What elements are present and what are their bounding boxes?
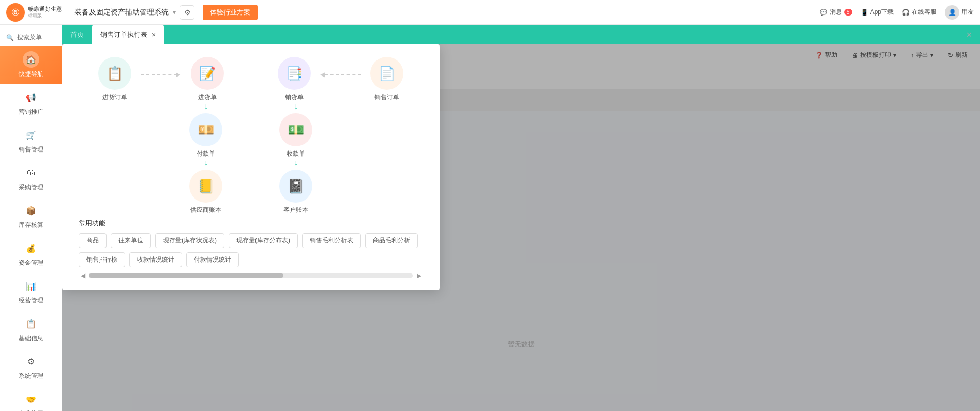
flow-node-purchase-bill[interactable]: 📝 进货单 xyxy=(182,57,233,102)
tab-bar: 首页 销售订单执行表 × × xyxy=(62,25,980,44)
message-label: 消息 xyxy=(830,8,842,17)
receipt-label: 收款单 xyxy=(287,149,305,158)
dropdown-arrow-icon[interactable]: ▾ xyxy=(173,9,176,16)
logo-subtext: 标惠版 xyxy=(28,12,62,19)
download-icon: 📱 xyxy=(861,9,868,16)
sales-bill-circle: 📑 xyxy=(278,57,311,90)
message-badge: 5 xyxy=(844,9,852,16)
tab-sales-order-label: 销售订单执行表 xyxy=(100,30,147,39)
scrollbar-track[interactable] xyxy=(89,273,413,278)
basic-info-icon: 📋 xyxy=(23,315,39,332)
user-name: 用友 xyxy=(961,8,974,17)
func-btn-goods-profit[interactable]: 商品毛利分析 xyxy=(365,233,418,248)
func-btn-sales-profit[interactable]: 销售毛利分析表 xyxy=(302,233,361,248)
func-buttons-row1: 商品 往来单位 现存量(库存状况表) 现存量(库存分布表) 销售毛利分析表 商品… xyxy=(79,233,423,248)
system-title: 装备及固定资产辅助管理系统 ▾ ⚙ 体验行业方案 xyxy=(74,5,820,20)
content-area: 首页 销售订单执行表 × × ❓ 帮助 🖨 按模板打印 ▾ xyxy=(62,25,980,411)
sidebar-item-label: 快捷导航 xyxy=(19,70,43,79)
main-layout: 🔍 搜索菜单 🏠 快捷导航 📢 营销推广 🛒 销售管理 🛍 采购管理 📦 库存核… xyxy=(0,25,980,411)
tab-close-icon[interactable]: × xyxy=(152,31,156,38)
online-service-btn[interactable]: 🎧 在线客服 xyxy=(902,8,937,17)
sidebar-item-label: 采购管理 xyxy=(19,183,43,192)
modal-scrollbar: ◀ ▶ xyxy=(79,271,423,282)
func-btn-stock-status[interactable]: 现存量(库存状况表) xyxy=(155,233,224,248)
system-title-text: 装备及固定资产辅助管理系统 xyxy=(74,8,169,17)
finance-icon: 💰 xyxy=(23,240,39,256)
func-buttons-row2: 销售排行榜 收款情况统计 付款情况统计 xyxy=(79,252,423,267)
search-menu-label: 搜索菜单 xyxy=(17,33,42,42)
sidebar-item-label: 销售管理 xyxy=(19,145,43,154)
operation-icon: 📊 xyxy=(23,278,39,294)
sidebar: 🔍 搜索菜单 🏠 快捷导航 📢 营销推广 🛒 销售管理 🛍 采购管理 📦 库存核… xyxy=(0,25,62,411)
sales-icon: 🛒 xyxy=(23,127,39,143)
sidebar-item-sales[interactable]: 🛒 销售管理 xyxy=(0,121,62,159)
sales-order-label: 销售订单 xyxy=(374,93,399,102)
sidebar-item-finance[interactable]: 💰 资金管理 xyxy=(0,235,62,272)
page-content: ❓ 帮助 🖨 按模板打印 ▾ ↑ 导出 ▾ ↻ 刷新 xyxy=(62,44,980,411)
func-btn-partners[interactable]: 往来单位 xyxy=(111,233,151,248)
logo-icon: ⑥ xyxy=(6,3,25,22)
online-service-label: 在线客服 xyxy=(912,8,937,17)
func-btn-receipt-stats[interactable]: 收款情况统计 xyxy=(129,252,182,267)
supplier-ledger-label: 供应商账本 xyxy=(190,206,221,215)
app-download-label: App下载 xyxy=(870,8,894,17)
quick-nav-icon: 🏠 xyxy=(23,51,39,68)
scroll-left-btn[interactable]: ◀ xyxy=(79,271,87,280)
sales-order-circle: 📄 xyxy=(370,57,403,90)
user-avatar: 👤 xyxy=(945,5,959,20)
purchase-order-label: 进货订单 xyxy=(102,93,127,102)
sidebar-item-basic-info[interactable]: 📋 基础信息 xyxy=(0,310,62,348)
sidebar-item-label: 资金管理 xyxy=(19,258,43,267)
scroll-right-btn[interactable]: ▶ xyxy=(415,271,423,280)
search-menu-btn[interactable]: 🔍 搜索菜单 xyxy=(0,29,62,46)
sidebar-item-operation[interactable]: 📊 经营管理 xyxy=(0,272,62,310)
settings-button[interactable]: ⚙ xyxy=(180,5,194,20)
func-btn-goods[interactable]: 商品 xyxy=(79,233,107,248)
sidebar-item-label: 营销推广 xyxy=(19,108,43,116)
sidebar-item-purchase[interactable]: 🛍 采购管理 xyxy=(0,159,62,197)
flow-node-sales-bill[interactable]: 📑 销货单 xyxy=(268,57,320,102)
flow-node-payment[interactable]: 💴 付款单 xyxy=(179,113,233,158)
trial-btn[interactable]: 体验行业方案 xyxy=(203,5,258,20)
tab-sales-order[interactable]: 销售订单执行表 × xyxy=(92,25,164,44)
app-download-btn[interactable]: 📱 App下载 xyxy=(861,8,894,17)
func-btn-sales-rank[interactable]: 销售排行榜 xyxy=(79,252,125,267)
sidebar-item-label: 系统管理 xyxy=(19,372,43,380)
flow-diagram: 📋 进货订单 ▶ xyxy=(79,57,423,215)
customer-ledger-label: 客户账本 xyxy=(283,206,308,215)
tab-home-label: 首页 xyxy=(70,30,84,39)
sidebar-item-label: 经营管理 xyxy=(19,296,43,305)
flow-node-sales-order[interactable]: 📄 销售订单 xyxy=(361,57,413,102)
sidebar-item-inventory[interactable]: 📦 库存核算 xyxy=(0,197,62,235)
logo-area: ⑥ 畅康通好生意 标惠版 xyxy=(6,3,68,22)
message-btn[interactable]: 💬 消息 5 xyxy=(820,8,852,17)
flow-node-supplier-ledger[interactable]: 📒 供应商账本 xyxy=(179,170,233,215)
logo-text: 畅康通好生意 xyxy=(28,5,62,12)
purchase-bill-label: 进货单 xyxy=(198,93,217,102)
func-btn-payment-stats[interactable]: 付款情况统计 xyxy=(186,252,239,267)
tab-home[interactable]: 首页 xyxy=(62,25,92,44)
sidebar-item-system[interactable]: ⚙ 系统管理 xyxy=(0,348,62,386)
sidebar-item-label: 库存核算 xyxy=(19,221,43,230)
top-header: ⑥ 畅康通好生意 标惠版 装备及固定资产辅助管理系统 ▾ ⚙ 体验行业方案 💬 … xyxy=(0,0,980,25)
modal-overlay[interactable]: 📋 进货订单 ▶ xyxy=(62,44,980,411)
func-btn-stock-dist[interactable]: 现存量(库存分布表) xyxy=(229,233,298,248)
flow-node-purchase-order[interactable]: 📋 进货订单 xyxy=(89,57,141,102)
purchase-icon: 🛍 xyxy=(23,164,39,181)
flow-node-customer-ledger[interactable]: 📓 客户账本 xyxy=(269,170,323,215)
window-close-icon[interactable]: × xyxy=(966,29,972,40)
purchase-order-circle: 📋 xyxy=(98,57,131,90)
sales-bill-label: 销货单 xyxy=(285,93,304,102)
purchase-bill-circle: 📝 xyxy=(191,57,224,90)
common-functions-title: 常用功能 xyxy=(79,219,423,228)
marketing-icon: 📢 xyxy=(23,89,39,105)
common-functions: 常用功能 商品 往来单位 现存量(库存状况表) 现存量(库存分布表) 销售毛利分… xyxy=(79,219,423,267)
system-icon: ⚙ xyxy=(23,353,39,370)
sidebar-item-enterprise[interactable]: 🤝 企业协同 xyxy=(0,386,62,411)
enterprise-icon: 🤝 xyxy=(23,391,39,407)
flow-node-receipt[interactable]: 💵 收款单 xyxy=(269,113,323,158)
sidebar-item-quick-nav[interactable]: 🏠 快捷导航 xyxy=(0,46,62,84)
payment-label: 付款单 xyxy=(197,149,215,158)
user-btn[interactable]: 👤 用友 xyxy=(945,5,974,20)
sidebar-item-marketing[interactable]: 📢 营销推广 xyxy=(0,84,62,121)
